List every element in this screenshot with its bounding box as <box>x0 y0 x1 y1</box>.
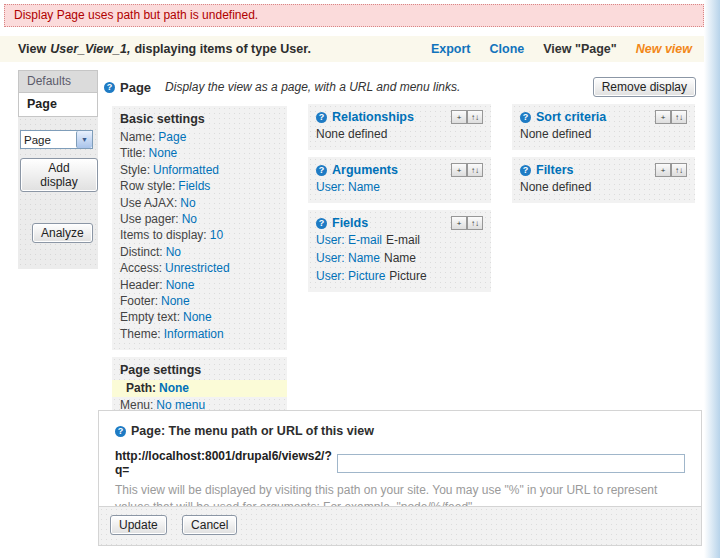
setting-value-link[interactable]: None <box>183 310 212 324</box>
form-actions-bar: Update Cancel <box>98 506 702 546</box>
middle-column: ? Relationships + ↑↓ None defined ? Argu… <box>308 104 491 299</box>
sort-criteria-empty-text: None defined <box>520 126 687 142</box>
setting-value-link[interactable]: 10 <box>210 228 223 242</box>
setting-label: Name: <box>120 130 155 144</box>
view-header-prefix: View <box>18 42 46 56</box>
sort-criteria-title-link[interactable]: Sort criteria <box>536 110 606 124</box>
display-title: Page <box>120 80 151 95</box>
setting-value-link[interactable]: None <box>166 278 195 292</box>
path-value-link[interactable]: None <box>159 381 189 395</box>
field-link[interactable]: User: Picture <box>316 269 385 283</box>
relationships-header: ? Relationships + ↑↓ <box>316 110 483 124</box>
new-view-link[interactable]: New view <box>636 42 692 56</box>
setting-value-link[interactable]: Fields <box>178 179 210 193</box>
help-icon[interactable]: ? <box>316 218 327 229</box>
fields-section: ? Fields + ↑↓ User: E-mailE-mail User: N… <box>308 210 491 292</box>
tab-defaults-label: Defaults <box>27 74 71 88</box>
fields-header: ? Fields + ↑↓ <box>316 216 483 230</box>
path-label: Path: <box>126 381 156 395</box>
setting-value-link[interactable]: Unrestricted <box>165 261 230 275</box>
relationships-empty-text: None defined <box>316 126 483 142</box>
setting-row: Use pager:No <box>120 211 279 227</box>
setting-label: Distinct: <box>120 245 163 259</box>
help-icon[interactable]: ? <box>316 112 327 123</box>
setting-value-link[interactable]: None <box>149 146 178 160</box>
setting-row: Theme:Information <box>120 326 279 342</box>
field-label: Picture <box>389 269 426 283</box>
setting-value-link[interactable]: Unformatted <box>153 163 219 177</box>
fields-controls: + ↑↓ <box>451 216 483 230</box>
filters-controls: + ↑↓ <box>655 163 687 177</box>
sort-criteria-controls: + ↑↓ <box>655 110 687 124</box>
argument-link[interactable]: User: Name <box>316 180 380 194</box>
rearrange-icon[interactable]: ↑↓ <box>671 110 687 124</box>
add-display-button[interactable]: Add display <box>20 158 98 192</box>
setting-value-link[interactable]: No <box>166 245 181 259</box>
setting-row: Empty text:None <box>120 309 279 325</box>
rearrange-icon[interactable]: ↑↓ <box>467 110 483 124</box>
field-label: E-mail <box>386 233 420 247</box>
arguments-controls: + ↑↓ <box>451 163 483 177</box>
sidebar-tab-defaults[interactable]: Defaults <box>18 70 98 93</box>
add-icon[interactable]: + <box>655 110 671 124</box>
right-column: ? Sort criteria + ↑↓ None defined ? Filt… <box>512 104 695 210</box>
rearrange-icon[interactable]: ↑↓ <box>671 163 687 177</box>
setting-label: Style: <box>120 163 150 177</box>
setting-row: Name:Page <box>120 129 279 145</box>
display-type-select[interactable]: Page ▼ <box>20 130 93 149</box>
add-icon[interactable]: + <box>655 163 671 177</box>
add-icon[interactable]: + <box>451 163 467 177</box>
path-url-row: http://localhost:8001/drupal6/views2/?q= <box>115 449 685 477</box>
setting-label: Empty text: <box>120 310 180 324</box>
setting-value-link[interactable]: None <box>161 294 190 308</box>
setting-row: Row style:Fields <box>120 178 279 194</box>
view-header-suffix: displaying items of type User. <box>134 42 310 56</box>
path-input[interactable] <box>337 454 685 473</box>
field-link[interactable]: User: Name <box>316 251 380 265</box>
setting-value-link[interactable]: Page <box>158 130 186 144</box>
help-icon[interactable]: ? <box>520 165 531 176</box>
export-link[interactable]: Export <box>431 42 471 56</box>
rearrange-icon[interactable]: ↑↓ <box>467 163 483 177</box>
add-icon[interactable]: + <box>451 216 467 230</box>
filters-title-link[interactable]: Filters <box>536 163 574 177</box>
sidebar-tab-page[interactable]: Page <box>18 93 98 117</box>
setting-label: Items to display: <box>120 228 207 242</box>
field-link[interactable]: User: E-mail <box>316 233 382 247</box>
path-setting-row: Path:None <box>112 380 287 397</box>
setting-value-link[interactable]: No <box>182 212 197 226</box>
setting-row: Use AJAX:No <box>120 195 279 211</box>
display-header: ? Page Display the view as a page, with … <box>104 76 702 98</box>
setting-label: Access: <box>120 261 162 275</box>
error-message: Display Page uses path but path is undef… <box>4 4 704 27</box>
field-item: User: E-mailE-mail <box>316 232 483 248</box>
help-icon[interactable]: ? <box>316 165 327 176</box>
help-icon[interactable]: ? <box>104 82 115 93</box>
filters-header: ? Filters + ↑↓ <box>520 163 687 177</box>
setting-row: Style:Unformatted <box>120 162 279 178</box>
relationships-section: ? Relationships + ↑↓ None defined <box>308 104 491 150</box>
setting-value-link[interactable]: Information <box>164 327 224 341</box>
help-icon[interactable]: ? <box>520 112 531 123</box>
relationships-title-link[interactable]: Relationships <box>332 110 414 124</box>
setting-row: Header:None <box>120 277 279 293</box>
setting-value-link[interactable]: No <box>180 196 195 210</box>
arguments-title-link[interactable]: Arguments <box>332 163 398 177</box>
help-icon[interactable]: ? <box>115 426 126 437</box>
rearrange-icon[interactable]: ↑↓ <box>467 216 483 230</box>
setting-row: Title:None <box>120 145 279 161</box>
tab-page-label: Page <box>27 97 57 111</box>
cancel-button[interactable]: Cancel <box>182 515 237 535</box>
fields-title-link[interactable]: Fields <box>332 216 368 230</box>
update-button[interactable]: Update <box>110 515 167 535</box>
analyze-button[interactable]: Analyze <box>32 223 93 243</box>
path-settings-form: ? Page: The menu path or URL of this vie… <box>98 410 702 506</box>
remove-display-button[interactable]: Remove display <box>593 77 696 97</box>
path-form-title: Page: The menu path or URL of this view <box>131 424 374 438</box>
clone-link[interactable]: Clone <box>490 42 525 56</box>
view-header-bar: View User_View_1, displaying items of ty… <box>0 36 704 62</box>
setting-label: Title: <box>120 146 146 160</box>
add-icon[interactable]: + <box>451 110 467 124</box>
view-page-link[interactable]: View "Page" <box>543 42 616 56</box>
setting-label: Row style: <box>120 179 175 193</box>
